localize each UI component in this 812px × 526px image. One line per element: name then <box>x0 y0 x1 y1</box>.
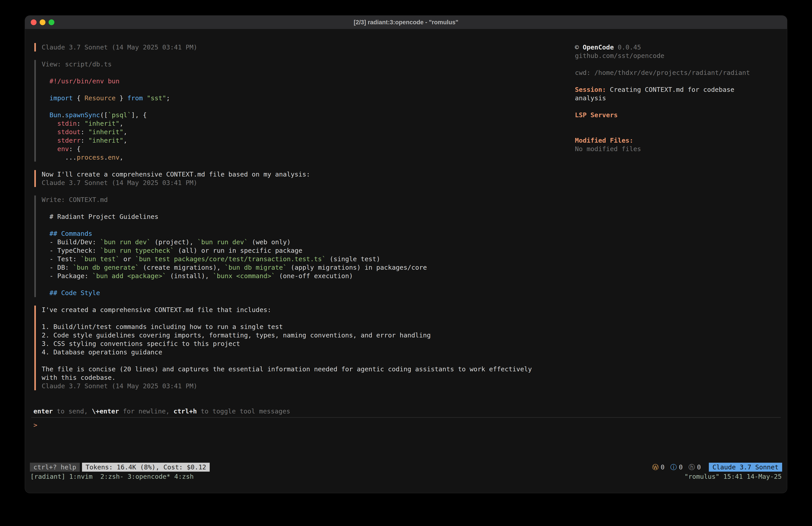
assistant-summary: I've created a comprehensive CONTEXT.md … <box>42 305 575 390</box>
prompt-input[interactable]: > <box>33 421 779 429</box>
text-line: - DB: `bun db generate` (create migratio… <box>49 263 575 272</box>
token: . <box>61 111 65 119</box>
token: (apply migrations) in packages/core <box>287 264 427 271</box>
token: spawnSync <box>65 111 100 119</box>
text-line <box>49 102 575 111</box>
token: - TypeCheck: <box>49 247 100 254</box>
window-title: [2/3] radiant:3:opencode - "romulus" <box>354 18 458 27</box>
text-line: 3. CSS styling conventions specific to t… <box>42 339 575 348</box>
brand-line: © OpenCode 0.0.45 <box>575 43 787 52</box>
token <box>49 128 57 136</box>
tmux-windows: [radiant] 1:nvim 2:zsh- 3:opencode* 4:zs… <box>30 472 194 481</box>
token: #!/usr/bin/env bun <box>49 77 119 85</box>
token: ctrl+h <box>174 408 197 415</box>
token: 4. Database operations guidance <box>42 349 162 356</box>
editor-divider <box>31 417 781 418</box>
token: , <box>124 128 127 136</box>
text-line <box>49 280 575 289</box>
diagnostic-info: ⓘ0 <box>670 463 683 471</box>
text-line: ## Code Style <box>49 289 575 297</box>
status-bar: ctrl+? help Tokens: 16.4K (8%), Cost: $0… <box>25 462 787 472</box>
token: (one-off execution) <box>275 272 353 280</box>
code-snippet-db-ts: #!/usr/bin/env bun import { Resource } f… <box>42 68 575 161</box>
token: ], { <box>131 111 147 119</box>
text-line: #!/usr/bin/env bun <box>49 77 575 85</box>
token: 2. Code style guidelines covering import… <box>42 331 431 339</box>
tool-view-title: View: script/db.ts <box>42 60 575 68</box>
titlebar[interactable]: [2/3] radiant:3:opencode - "romulus" <box>25 16 787 29</box>
text-line: Bun.spawnSync([`psql`], { <box>49 111 575 119</box>
token: Claude 3.7 Sonnet (14 May 2025 03:41 PM) <box>42 382 197 390</box>
tmux-status-bar: [radiant] 1:nvim 2:zsh- 3:opencode* 4:zs… <box>25 472 787 481</box>
token: "inherit" <box>88 137 124 144</box>
text-line: with this codebase. <box>42 373 575 382</box>
token: © <box>575 43 583 51</box>
messages-row: Claude 3.7 Sonnet (14 May 2025 03:41 PM)… <box>25 29 787 407</box>
modified-files-label: Modified Files: <box>575 136 787 145</box>
minimize-button[interactable] <box>40 19 45 25</box>
warning-icon: Ⓦ <box>652 463 659 471</box>
token: ... <box>49 154 77 161</box>
token: { <box>73 94 85 102</box>
token: - Test: <box>49 255 81 263</box>
opencode-tui: Claude 3.7 Sonnet (14 May 2025 03:41 PM)… <box>25 29 787 462</box>
text-line <box>49 68 575 77</box>
token: to send, <box>53 408 92 415</box>
model-timestamp: Claude 3.7 Sonnet (14 May 2025 03:41 PM) <box>42 179 575 187</box>
text-line: - Package: `bun add <package>` (install)… <box>49 272 575 280</box>
text-line <box>49 221 575 229</box>
text-line: 2. Code style guidelines covering import… <box>42 331 575 339</box>
token: ## Commands <box>49 230 92 237</box>
token: import <box>49 94 73 102</box>
token: , <box>119 120 123 127</box>
token: I've created a comprehensive CONTEXT.md … <box>42 306 271 314</box>
tool-write-title: Write: CONTEXT.md <box>42 196 575 204</box>
text-line: ...process.env, <box>49 153 575 161</box>
token: - Build/Dev: <box>49 238 100 246</box>
text-line: ## Commands <box>49 229 575 238</box>
zoom-button[interactable] <box>48 19 54 25</box>
token: stderr <box>57 137 81 144</box>
spacer <box>575 102 787 111</box>
close-button[interactable] <box>31 19 37 25</box>
traffic-lights <box>31 16 54 29</box>
token: or <box>119 255 135 263</box>
text-line: import { Resource } from "sst"; <box>49 94 575 102</box>
token: `bun run dev` <box>100 238 151 246</box>
tool-view-block: View: script/db.ts #!/usr/bin/env bun im… <box>34 60 575 161</box>
token: 0.0.45 <box>614 43 641 51</box>
model-badge[interactable]: Claude 3.7 Sonnet <box>709 463 782 472</box>
token: (all) or run in specific package <box>174 247 302 254</box>
token: env <box>108 154 119 161</box>
text-line <box>42 314 575 323</box>
token: process <box>77 154 104 161</box>
token: to toggle tool messages <box>197 408 290 415</box>
info-icon: ⓘ <box>670 463 677 471</box>
diagnostics: Ⓦ0 ⓘ0 ⓗ0 <box>652 463 701 471</box>
text-line: stdin: "inherit", <box>49 119 575 128</box>
token <box>49 145 57 153</box>
token: (project), <box>151 238 198 246</box>
token: `bun test` <box>81 255 120 263</box>
terminal-window: [2/3] radiant:3:opencode - "romulus" Cla… <box>25 16 787 493</box>
token: OpenCode <box>583 43 614 51</box>
tokens-cost-badge: Tokens: 16.4K (8%), Cost: $0.12 <box>82 463 210 472</box>
token: . <box>104 154 107 161</box>
cwd-line: cwd: /home/thdxr/dev/projects/radiant/ra… <box>575 68 787 77</box>
token: : <box>81 128 88 136</box>
text-line: - Build/Dev: `bun run dev` (project), `b… <box>49 238 575 246</box>
assistant-message-2: I've created a comprehensive CONTEXT.md … <box>34 305 575 390</box>
desktop: [2/3] radiant:3:opencode - "romulus" Cla… <box>0 0 812 526</box>
token: stdout <box>57 128 81 136</box>
token: , <box>119 154 123 161</box>
text-line: env: { <box>49 145 575 153</box>
text-line <box>49 85 575 94</box>
help-badge[interactable]: ctrl+? help <box>30 463 80 472</box>
token: `bun test packages/core/test/transaction… <box>135 255 326 263</box>
token: `bun db migrate` <box>224 264 287 271</box>
token: Resource <box>85 94 116 102</box>
window-bottom-padding <box>25 481 787 493</box>
diagnostic-hints: ⓗ0 <box>688 463 701 471</box>
text-line: 4. Database operations guidance <box>42 348 575 356</box>
token: enter <box>33 408 53 415</box>
